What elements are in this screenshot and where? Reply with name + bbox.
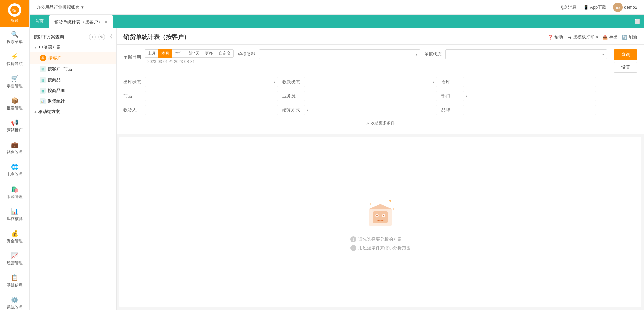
tree-parent-mobile[interactable]: ▶ 移动端方案 [30,107,116,117]
refresh-button[interactable]: 🔄 刷新 [622,34,637,40]
brand-label: 品牌 [441,107,460,113]
left-panel-title: 按以下方案查询 [34,34,64,40]
receiver-dots-icon: ··· [148,107,152,113]
step-1-icon: 1 [350,236,356,242]
edit-scheme-button[interactable]: ✎ [98,34,105,40]
help-button[interactable]: ❓ 帮助 [548,34,563,40]
department-select[interactable]: ▾ [463,91,596,101]
print-button[interactable]: 🖨 按模板打印 ▾ [567,34,598,40]
collapse-panel-icon[interactable]: 《 [108,34,112,40]
settlement-select[interactable]: ▾ [304,105,437,115]
sidebar-item-label: 零售管理 [2,83,28,89]
empty-illustration [360,191,400,231]
sidebar-item-ecommerce[interactable]: 🌐 电商管理 [0,159,30,182]
marketing-icon: 📢 [2,119,28,126]
sidebar-item-label: 经营管理 [2,260,28,266]
logo[interactable]: 畅 标账 [0,0,30,27]
sidebar-item-search[interactable]: 🔍 搜索菜单 [0,27,30,49]
svg-point-8 [389,200,391,202]
product-label: 商品 [123,93,142,99]
step-2-text: 用过滤条件来缩小分析范围 [358,245,411,251]
sidebar-item-operations[interactable]: 📈 经营管理 [0,248,30,270]
sidebar-item-wholesale[interactable]: 📦 批发管理 [0,93,30,115]
tab-home[interactable]: 首页 [30,15,49,28]
sidebar-item-inventory[interactable]: 📊 库存核算 [0,204,30,226]
sidebar-item-retail[interactable]: 🛒 零售管理 [0,71,30,93]
inventory-icon: 📊 [2,208,28,215]
date-tab-last-7[interactable]: 近7天 [186,49,202,58]
tab-expand-controls: — ⬜ [623,19,644,24]
date-tab-this-year[interactable]: 本年 [172,49,186,58]
avatar: Ea [613,3,623,12]
svg-rect-3 [373,211,388,223]
app-selector[interactable]: 办公用品行业模拟账套 ▾ [36,4,84,10]
tree-section-desktop: ▼ 电脑端方案 客 按客户 ⊞ 按客户+商品 ▦ 按商品 ▦ 按商品99 [30,42,116,107]
main-area: 办公用品行业模拟账套 ▾ 💬 消息 📱 App下载 Ea demo2 首页 [30,0,644,310]
sidebar-item-finance[interactable]: 💰 资金管理 [0,226,30,248]
minimize-icon[interactable]: — [627,19,632,24]
home-tab-label: 首页 [35,18,44,24]
tree-child-by-product-99[interactable]: ▦ 按商品99 [30,85,116,96]
app-download-button[interactable]: 📱 App下载 [583,4,606,10]
sidebar-item-basic[interactable]: 📋 基础信息 [0,270,30,292]
right-content: 销货单统计表（按客户） ❓ 帮助 🖨 按模板打印 ▾ 📤 [117,28,644,310]
outbound-select[interactable]: ▾ [145,77,278,87]
salesperson-select[interactable]: ··· [304,91,437,101]
sidebar-item-label: 采购管理 [2,194,28,200]
tree-child-by-product[interactable]: ▦ 按商品 [30,74,116,85]
tree-child-label: 按商品99 [48,88,65,94]
maximize-icon[interactable]: ⬜ [634,19,640,24]
sidebar-item-quick-nav[interactable]: ⚡ 快捷导航 [0,49,30,71]
svg-point-10 [393,208,394,210]
product-select[interactable]: ··· [145,91,278,101]
quick-nav-icon: ⚡ [2,53,28,60]
order-status-arrow-icon: ▾ [602,53,604,56]
tab-sales-stat[interactable]: 销货单统计表（按客户） ✕ [49,15,113,29]
settings-button[interactable]: 设置 [614,62,637,73]
brand-select[interactable]: ··· [463,105,596,115]
collapse-filter-button[interactable]: △ 收起更多条件 [364,118,397,129]
date-tab-custom[interactable]: 自定义 [216,49,234,58]
by-product-99-icon: ▦ [40,88,46,94]
empty-step-1: 1 请先选择要分析的方案 [350,236,411,242]
sidebar-item-marketing[interactable]: 📢 营销推广 [0,115,30,137]
page-actions: ❓ 帮助 🖨 按模板打印 ▾ 📤 导出 🔄 [548,34,637,40]
sidebar-item-sales[interactable]: 💼 销售管理 [0,137,30,159]
tree-child-by-customer-product[interactable]: ⊞ 按客户+商品 [30,64,116,74]
tree-child-refund-stats[interactable]: 📊 退货统计 [30,96,116,107]
sidebar-item-label: 搜索菜单 [2,39,28,45]
tree-parent-desktop[interactable]: ▼ 电脑端方案 [30,42,116,52]
payment-select[interactable]: ▾ [304,77,437,87]
query-button[interactable]: 查询 [614,49,637,60]
date-tab-this-month[interactable]: 本月 [158,49,172,58]
sidebar-item-label: 电商管理 [2,172,28,177]
ecommerce-icon: 🌐 [2,163,28,171]
sidebar-item-label: 资金管理 [2,238,28,244]
tab-close-icon[interactable]: ✕ [104,20,108,24]
date-tab-last-month[interactable]: 上月 [145,49,158,58]
sidebar-item-system[interactable]: ⚙️ 系统管理 [0,292,30,310]
sidebar-item-label: 批发管理 [2,105,28,111]
finance-icon: 💰 [2,230,28,237]
user-menu[interactable]: Ea demo2 [613,3,637,12]
date-range-text: 2023-03-01 至 2023-03-31 [147,59,234,65]
tree-child-label: 按客户 [48,55,61,61]
date-tab-more[interactable]: 更多 [202,49,216,58]
sidebar-item-purchase[interactable]: 🛍️ 采购管理 [0,182,30,204]
receiver-select[interactable]: ··· [145,105,278,115]
tree-parent-mobile-label: 移动端方案 [38,109,60,115]
message-button[interactable]: 💬 消息 [561,4,577,10]
tree-child-by-customer[interactable]: 客 按客户 [30,52,116,64]
add-scheme-button[interactable]: + [89,34,96,40]
page-title-row: 销货单统计表（按客户） ❓ 帮助 🖨 按模板打印 ▾ 📤 [123,33,637,41]
export-button[interactable]: 📤 导出 [602,34,618,40]
tab-bar: 首页 销货单统计表（按客户） ✕ — ⬜ [30,15,644,28]
sidebar: 畅 标账 🔍 搜索菜单 ⚡ 快捷导航 🛒 零售管理 📦 批发管理 📢 营销推广 … [0,0,30,310]
order-type-select[interactable]: ▾ [259,49,421,59]
action-buttons: 查询 设置 [611,49,637,73]
warehouse-select[interactable]: ··· [463,77,596,87]
logo-icon: 畅 [8,3,21,17]
page-header: 销货单统计表（按客户） ❓ 帮助 🖨 按模板打印 ▾ 📤 [117,28,644,45]
tree-child-label: 退货统计 [48,98,65,104]
order-status-select[interactable]: ▾ [445,49,607,59]
